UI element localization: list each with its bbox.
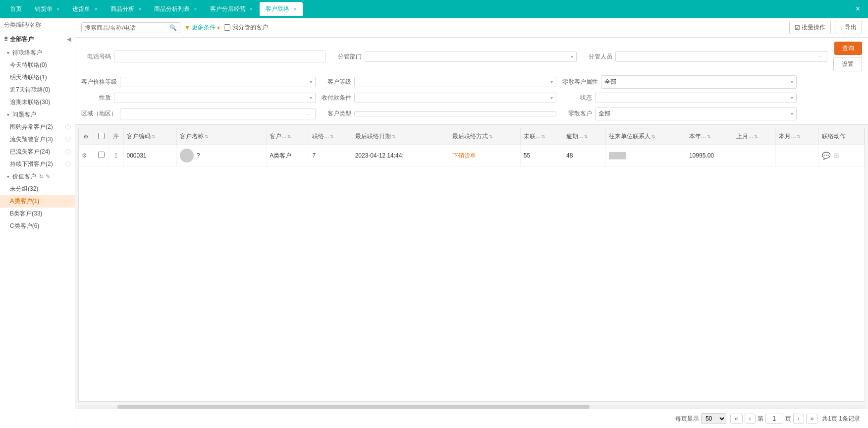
filter-region-input[interactable]: ··· xyxy=(120,108,316,119)
th-name[interactable]: 客户名称⇅ xyxy=(176,128,266,145)
horizontal-scrollbar[interactable] xyxy=(78,405,865,409)
sidebar-item-churned[interactable]: 已流失客户(24) ⓘ xyxy=(0,146,75,158)
th-last-month[interactable]: 上月...⇅ xyxy=(733,128,776,145)
tab-purchase-close[interactable]: × xyxy=(94,6,97,12)
sidebar-collapse-icon[interactable]: ◀ xyxy=(67,36,71,43)
region-more-btn[interactable]: ··· xyxy=(304,111,312,117)
batch-operation-btn[interactable]: ☑ 批量操作 xyxy=(789,21,831,34)
filter-customer-type-select[interactable] xyxy=(354,111,556,116)
filter-payment-select[interactable]: ▾ xyxy=(354,93,556,103)
th-not-contact-label: 未联... xyxy=(524,133,541,140)
tab-sales[interactable]: 销货单 × xyxy=(29,2,65,16)
sidebar-all-customers[interactable]: ⠿ 全部客户 ◀ xyxy=(0,32,75,47)
message-icon[interactable]: 💬 xyxy=(822,152,830,160)
row-select-checkbox[interactable] xyxy=(98,152,105,158)
last-method-link[interactable]: 下销货单 xyxy=(452,152,476,159)
sidebar-item-today[interactable]: 今天待联络(0) xyxy=(0,59,75,71)
tab-home[interactable]: 首页 xyxy=(4,2,28,16)
filter-dept-select[interactable]: ▾ xyxy=(365,52,577,62)
row-checkbox[interactable] xyxy=(94,145,108,166)
sidebar-item-declining[interactable]: 持续下滑客户(2) ⓘ xyxy=(0,158,75,170)
filter-scattered-select[interactable]: 全部 ▾ xyxy=(595,107,797,120)
filter-phone-input[interactable] xyxy=(114,51,326,62)
filter-status-select[interactable]: ▾ xyxy=(595,93,797,103)
query-button[interactable]: 查询 xyxy=(834,42,862,55)
toolbar-search-icon[interactable]: 🔍 xyxy=(169,24,177,31)
refresh-icon[interactable]: ↻ xyxy=(39,173,44,180)
my-customers-check[interactable] xyxy=(224,24,230,31)
th-this-month[interactable]: 本月...⇅ xyxy=(776,128,818,145)
my-customers-checkbox[interactable]: 我分管的客户 xyxy=(224,23,268,32)
th-gear[interactable]: ⚙ xyxy=(79,128,94,145)
payment-dropdown-icon: ▾ xyxy=(550,95,553,101)
sidebar-item-unclassified[interactable]: 未分组(32) xyxy=(0,183,75,195)
sidebar-item-churn-warning[interactable]: 流失预警客户(3) ⓘ xyxy=(0,133,75,146)
filter-region-label: 区域（地区） xyxy=(81,109,117,118)
sidebar-item-a-class[interactable]: A类客户(1) xyxy=(0,195,75,208)
filter-manager-input[interactable]: ··· xyxy=(615,51,827,62)
settings-button[interactable]: 设置 xyxy=(833,57,862,71)
th-last-method[interactable]: 最后联络方式⇅ xyxy=(449,128,521,145)
filter-customer-level-select[interactable]: ▾ xyxy=(354,77,556,87)
page-size-dropdown[interactable]: 50 100 200 xyxy=(701,413,726,424)
next-page-btn[interactable]: › xyxy=(793,414,804,424)
select-all-checkbox[interactable] xyxy=(98,133,105,139)
toolbar-search-box[interactable]: 🔍 xyxy=(81,22,180,33)
current-page-input[interactable] xyxy=(765,414,783,424)
th-code[interactable]: 客户编码⇅ xyxy=(123,128,176,145)
th-overdue[interactable]: 逾期...⇅ xyxy=(563,128,605,145)
document-icon[interactable]: ⊞ xyxy=(833,152,839,160)
tab-analysis[interactable]: 商品分析 × xyxy=(105,2,147,16)
th-level[interactable]: 客户...⇅ xyxy=(267,128,309,145)
tab-analysis-list[interactable]: 商品分析列表 × xyxy=(148,2,203,16)
sidebar-item-overdue[interactable]: 逾期未联络(30) xyxy=(0,96,75,108)
tab-customer-tier-close[interactable]: × xyxy=(250,6,253,12)
filter-price-level-select[interactable]: ▾ xyxy=(120,77,316,87)
tab-customer-contact-close[interactable]: × xyxy=(293,6,296,12)
tab-customer-contact[interactable]: 客户联络 × xyxy=(260,2,302,16)
toolbar-search-input[interactable] xyxy=(85,24,167,31)
table-header-row: ⚙ 序 客户编码⇅ 客户名称⇅ 客户...⇅ 联络...⇅ 最后联络日期⇅ 最后… xyxy=(79,128,865,145)
sidebar-item-tomorrow[interactable]: 明天待联络(1) xyxy=(0,71,75,84)
sidebar-item-b-class[interactable]: B类客户(33) xyxy=(0,208,75,220)
sidebar-item-7days[interactable]: 近7天待联络(0) xyxy=(0,84,75,96)
tab-analysis-list-close[interactable]: × xyxy=(194,6,197,12)
tab-purchase[interactable]: 进货单 × xyxy=(66,2,103,16)
table-row: ⚙ 1 000031 ? A类客户 7 2023-04-12 14:44: xyxy=(79,145,865,166)
th-year-amount[interactable]: 本年...⇅ xyxy=(686,128,733,145)
first-page-btn[interactable]: « xyxy=(730,414,743,424)
sidebar-pending-contact-header[interactable]: ▼ 待联络客户 xyxy=(0,47,75,59)
row-name[interactable]: ? xyxy=(176,145,266,166)
filter-scattered-attr-select[interactable]: 全部 ▾ xyxy=(601,75,797,89)
filter-dept-label: 分管部门 xyxy=(332,53,362,61)
sidebar-problem-customers-header[interactable]: ▼ 问题客户 xyxy=(0,108,75,121)
sidebar-item-c-class[interactable]: C类客户(6) xyxy=(0,220,75,232)
filter-nature-select[interactable]: ▾ xyxy=(114,93,316,103)
th-last-date[interactable]: 最后联络日期⇅ xyxy=(352,128,449,145)
sidebar-item-hoard-abnormal[interactable]: 囤购异常客户(2) ⓘ xyxy=(0,121,75,133)
th-contact[interactable]: 联络...⇅ xyxy=(309,128,352,145)
export-label: 导出 xyxy=(845,23,857,32)
sidebar-value-customers-header[interactable]: ▼ 价值客户 ↻ ✎ xyxy=(0,170,75,183)
nav-close-all[interactable]: × xyxy=(852,4,864,13)
row-last-method[interactable]: 下销货单 xyxy=(449,145,521,166)
prev-page-btn[interactable]: ‹ xyxy=(745,414,756,424)
tab-sales-close[interactable]: × xyxy=(56,6,59,12)
edit-icon[interactable]: ✎ xyxy=(46,173,50,180)
filter-more-btn[interactable]: ▼ 更多条件 ▾ xyxy=(184,23,220,32)
tab-analysis-close[interactable]: × xyxy=(138,6,141,12)
export-btn[interactable]: ↓ 导出 xyxy=(835,21,862,34)
tab-customer-tier[interactable]: 客户分层经营 × xyxy=(204,2,259,16)
scattered-attr-dropdown-icon: ▾ xyxy=(791,79,793,85)
th-not-contact[interactable]: 未联...⇅ xyxy=(520,128,563,145)
manager-more-btn[interactable]: ··· xyxy=(815,54,824,59)
th-checkbox[interactable] xyxy=(94,128,108,145)
row-gear[interactable]: ⚙ xyxy=(79,145,94,166)
info-icon-1: ⓘ xyxy=(65,123,71,131)
th-contact2[interactable]: 往来单位联系人⇅ xyxy=(606,128,686,145)
last-page-btn[interactable]: » xyxy=(806,414,818,424)
sidebar-search-input[interactable] xyxy=(4,21,75,28)
row-code[interactable]: 000031 xyxy=(123,145,176,166)
scrollbar-thumb[interactable] xyxy=(117,405,590,409)
sort-contact-icon: ⇅ xyxy=(330,134,334,139)
